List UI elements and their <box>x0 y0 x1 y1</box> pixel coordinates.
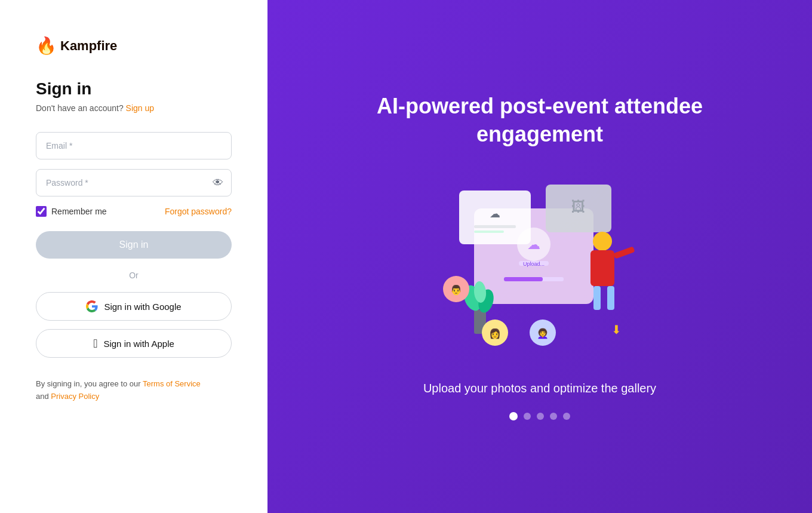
logo: 🔥 Kampfire <box>36 36 232 56</box>
password-group: 👁 <box>36 169 232 196</box>
password-input[interactable] <box>36 169 232 196</box>
no-account-prompt: Don't have an account? Sign up <box>36 103 232 113</box>
illustration: ☁ Upload... ☁ 🖼 <box>426 173 653 364</box>
svg-rect-6 <box>504 277 543 281</box>
left-panel: 🔥 Kampfire Sign in Don't have an account… <box>0 0 267 513</box>
or-divider: Or <box>36 271 232 280</box>
terms-text: By signing in, you agree to our Terms of… <box>36 378 232 403</box>
svg-rect-14 <box>590 250 614 286</box>
svg-rect-10 <box>474 231 504 233</box>
page-title: Sign in <box>36 79 232 99</box>
svg-text:👩: 👩 <box>489 328 501 339</box>
remember-me-checkbox[interactable] <box>36 206 47 217</box>
logo-text: Kampfire <box>60 38 117 54</box>
svg-text:🖼: 🖼 <box>571 198 586 214</box>
svg-rect-9 <box>474 225 516 228</box>
email-group <box>36 132 232 159</box>
svg-text:⬇: ⬇ <box>611 323 622 336</box>
svg-text:☁: ☁ <box>490 208 500 220</box>
terms-of-service-link[interactable]: Terms of Service <box>143 379 201 388</box>
carousel-dots <box>509 412 570 420</box>
svg-point-13 <box>593 232 612 251</box>
illustration-svg: ☁ Upload... ☁ 🖼 <box>426 173 653 364</box>
google-icon <box>86 300 98 312</box>
dot-4[interactable] <box>550 413 557 420</box>
dot-2[interactable] <box>524 413 531 420</box>
svg-rect-17 <box>613 246 635 259</box>
right-caption: Upload your photos and optimize the gall… <box>423 382 656 395</box>
sign-in-button[interactable]: Sign in <box>36 231 232 259</box>
forgot-password-link[interactable]: Forgot password? <box>165 207 232 216</box>
dot-3[interactable] <box>537 413 544 420</box>
remember-forgot-row: Remember me Forgot password? <box>36 206 232 217</box>
svg-rect-15 <box>593 286 601 310</box>
toggle-password-icon[interactable]: 👁 <box>213 177 223 189</box>
flame-icon: 🔥 <box>36 36 57 56</box>
apple-button-label: Sign in with Apple <box>103 339 174 349</box>
remember-me-label[interactable]: Remember me <box>36 206 107 217</box>
signup-link[interactable]: Sign up <box>126 103 154 113</box>
svg-text:👨: 👨 <box>450 284 462 296</box>
apple-icon:  <box>93 337 97 349</box>
svg-text:👩‍🦱: 👩‍🦱 <box>537 328 549 339</box>
email-input[interactable] <box>36 132 232 159</box>
privacy-policy-link[interactable]: Privacy Policy <box>51 392 99 401</box>
apple-sign-in-button[interactable]:  Sign in with Apple <box>36 329 232 358</box>
right-headline: AI-powered post-event attendee engagemen… <box>361 93 719 149</box>
google-sign-in-button[interactable]: Sign in with Google <box>36 292 232 321</box>
right-panel: AI-powered post-event attendee engagemen… <box>267 0 812 513</box>
dot-5[interactable] <box>563 413 570 420</box>
dot-1[interactable] <box>509 412 518 420</box>
svg-text:Upload...: Upload... <box>523 261 545 267</box>
google-button-label: Sign in with Google <box>104 302 181 312</box>
svg-rect-16 <box>607 286 614 310</box>
